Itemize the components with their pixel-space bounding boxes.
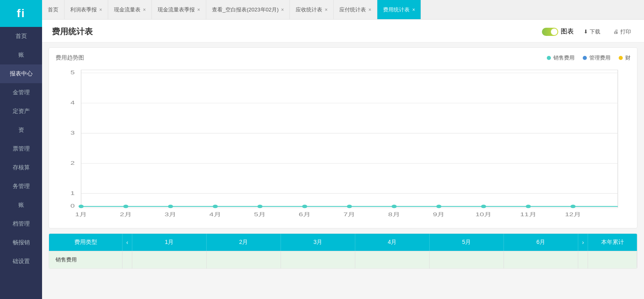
svg-text:11月: 11月 <box>520 212 537 217</box>
sidebar-item-sales[interactable]: 畅报销 <box>0 233 42 252</box>
nav-prev-arrow[interactable]: ‹ <box>123 237 132 247</box>
table-header-row: 费用类型 ‹ 1月 2月 3月 4月 5月 <box>49 234 637 251</box>
tab-close-receivable[interactable]: × <box>325 7 328 13</box>
svg-point-15 <box>168 205 173 208</box>
tab-payable[interactable]: 应付统计表 × <box>334 0 377 20</box>
svg-point-13 <box>78 205 84 208</box>
main-area: 首页 利润表季报 × 现金流量表 × 现金流量表季报 × 查看_空白报表(202… <box>42 0 644 299</box>
svg-text:1: 1 <box>70 190 75 195</box>
sidebar-item-file-mgmt[interactable]: 档管理 <box>0 215 42 233</box>
legend-dot-admin <box>583 56 587 60</box>
legend-admin-cost: 管理费用 <box>583 54 611 62</box>
chart-toggle-wrap[interactable]: 图表 <box>542 27 574 36</box>
tab-close-cashflow[interactable]: × <box>143 7 146 13</box>
td-type-0: 销售费用 <box>49 251 123 268</box>
svg-text:3月: 3月 <box>165 212 176 217</box>
td-month-4-0 <box>355 251 430 268</box>
table-row: 销售费用 <box>49 251 637 268</box>
svg-point-21 <box>436 205 441 208</box>
svg-text:2月: 2月 <box>120 212 131 217</box>
download-icon: ⬇ <box>584 29 588 35</box>
chart-toggle[interactable] <box>542 28 558 36</box>
sidebar-item-report-center[interactable]: 报表中心 <box>0 64 42 83</box>
th-month-2: 2月 <box>207 234 281 251</box>
td-month-1-0 <box>132 251 207 268</box>
tab-close-blank-report[interactable]: × <box>281 7 284 13</box>
tab-blank-report[interactable]: 查看_空白报表(2023年02月) × <box>206 0 290 20</box>
sidebar-item-home[interactable]: 首页 <box>0 27 42 46</box>
td-total-0 <box>588 251 637 268</box>
chart-container: 5 4 3 2 1 0 <box>56 66 631 221</box>
tab-close-cashflow-quarterly[interactable]: × <box>197 7 200 13</box>
tab-cashflow[interactable]: 现金流量表 × <box>108 0 152 20</box>
tab-expense-stats[interactable]: 费用统计表 × <box>377 0 421 20</box>
svg-text:2: 2 <box>70 160 75 166</box>
th-month-6: 6月 <box>504 234 578 251</box>
svg-text:0: 0 <box>70 203 75 208</box>
sidebar-item-cash-mgmt[interactable]: 金管理 <box>0 83 42 102</box>
tab-home[interactable]: 首页 <box>42 0 65 20</box>
th-month-4: 4月 <box>355 234 430 251</box>
tab-close-payable[interactable]: × <box>368 7 371 13</box>
svg-text:5月: 5月 <box>254 212 266 217</box>
chart-legend: 销售费用 管理费用 财 <box>547 54 631 62</box>
svg-point-20 <box>392 205 397 208</box>
chart-toggle-label: 图表 <box>561 27 574 36</box>
tab-close-expense-stats[interactable]: × <box>412 7 415 13</box>
tab-bar: 首页 利润表季报 × 现金流量表 × 现金流量表季报 × 查看_空白报表(202… <box>42 0 644 20</box>
svg-point-22 <box>481 205 486 208</box>
page-header: 费用统计表 图表 ⬇ 下载 🖨 打印 <box>42 20 644 42</box>
svg-point-17 <box>257 205 263 208</box>
sidebar-item-inventory[interactable]: 存核算 <box>0 158 42 177</box>
svg-text:4: 4 <box>70 100 75 105</box>
sidebar-item-basic-settings[interactable]: 础设置 <box>0 252 42 271</box>
td-month-5-0 <box>430 251 504 268</box>
sidebar-item-ledger[interactable]: 账 <box>0 196 42 215</box>
svg-text:9月: 9月 <box>433 212 445 217</box>
legend-dot-finance <box>619 56 623 60</box>
legend-dot-sales <box>547 56 551 60</box>
download-button[interactable]: ⬇ 下载 <box>580 27 604 37</box>
sidebar-item-account[interactable]: 账 <box>0 46 42 64</box>
nav-next-arrow[interactable]: › <box>578 237 588 247</box>
svg-point-19 <box>347 205 352 208</box>
page-title: 费用统计表 <box>52 26 93 37</box>
svg-text:10月: 10月 <box>475 212 492 217</box>
svg-point-24 <box>570 205 576 208</box>
chart-header: 费用趋势图 销售费用 管理费用 财 <box>56 54 631 62</box>
svg-rect-12 <box>81 70 618 208</box>
svg-text:4月: 4月 <box>209 212 221 217</box>
svg-text:12月: 12月 <box>565 212 581 217</box>
chart-title: 费用趋势图 <box>56 54 84 62</box>
th-total: 本年累计 <box>588 234 637 251</box>
sidebar-item-invoice-mgmt[interactable]: 票管理 <box>0 140 42 158</box>
td-nav-prev-spacer <box>123 251 132 268</box>
svg-text:7月: 7月 <box>343 212 355 217</box>
expense-table: 费用类型 ‹ 1月 2月 3月 4月 5月 <box>49 233 637 269</box>
th-nav-next[interactable]: › <box>578 234 588 251</box>
legend-sales-cost: 销售费用 <box>547 54 575 62</box>
tab-cashflow-quarterly[interactable]: 现金流量表季报 × <box>152 0 206 20</box>
td-month-3-0 <box>281 251 355 268</box>
chart-svg: 5 4 3 2 1 0 <box>56 66 631 221</box>
tab-close-profit-quarterly[interactable]: × <box>99 7 102 13</box>
sidebar: fi 首页 账 报表中心 金管理 定资产 资 票管理 存核算 务管理 账 档管理… <box>0 0 42 299</box>
svg-text:3: 3 <box>70 130 75 135</box>
svg-point-23 <box>526 205 531 208</box>
legend-finance-cost: 财 <box>619 54 631 62</box>
tab-profit-quarterly[interactable]: 利润表季报 × <box>65 0 108 20</box>
print-button[interactable]: 🖨 打印 <box>610 27 634 37</box>
chart-section: 费用趋势图 销售费用 管理费用 财 <box>49 47 637 228</box>
page-content: 费用统计表 图表 ⬇ 下载 🖨 打印 费用趋势图 <box>42 20 644 299</box>
sidebar-item-service-mgmt[interactable]: 务管理 <box>0 177 42 196</box>
sidebar-item-capital[interactable]: 资 <box>0 121 42 140</box>
svg-point-16 <box>213 205 218 208</box>
th-nav-prev[interactable]: ‹ <box>123 234 132 251</box>
tab-receivable[interactable]: 应收统计表 × <box>290 0 334 20</box>
th-month-1: 1月 <box>132 234 207 251</box>
sidebar-item-fixed-assets[interactable]: 定资产 <box>0 102 42 121</box>
svg-text:1月: 1月 <box>75 212 87 217</box>
td-nav-next-spacer <box>578 251 588 268</box>
print-icon: 🖨 <box>613 29 619 35</box>
app-logo: fi <box>0 0 42 27</box>
